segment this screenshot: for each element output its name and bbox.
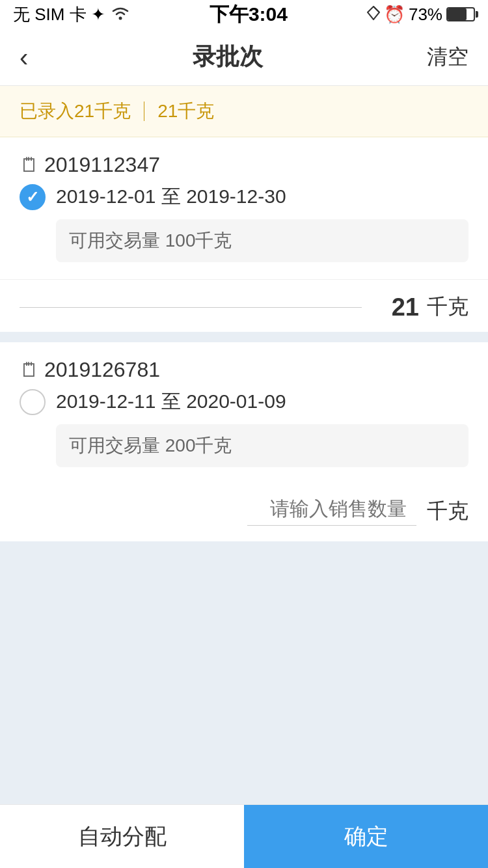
batch-header-2: 🗒 2019126781 [20,358,468,382]
batch-date-2: 2019-12-11 至 2020-01-09 [56,388,286,415]
batch-card-1: 🗒 2019112347 2019-12-01 至 2019-12-30 可用交… [0,137,488,332]
status-left: 无 SIM 卡 ✦ [13,3,130,26]
radio-unchecked-2[interactable] [20,389,46,415]
input-unit-2: 千克 [427,497,468,526]
batch-date-1: 2019-12-01 至 2019-12-30 [56,183,286,210]
total-text: 21千克 [157,99,214,124]
input-wrapper-2 [20,498,416,526]
page-title: 录批次 [193,41,263,73]
input-row-2: 千克 [0,484,488,526]
batch-item-2: 🗒 2019126781 2019-12-11 至 2020-01-09 可用交… [0,342,488,484]
location-icon [367,5,380,25]
svg-point-0 [118,16,122,20]
batch-item-1: 🗒 2019112347 2019-12-01 至 2019-12-30 可用交… [0,137,488,279]
section-divider [0,332,488,342]
banner-divider [144,102,144,121]
batch-date-row-1[interactable]: 2019-12-01 至 2019-12-30 [20,183,468,210]
info-banner: 已录入21千克 21千克 [0,86,488,137]
recorded-text: 已录入21千克 [20,99,131,124]
input-underline-2 [247,525,416,526]
status-right: ⏰ 73% [367,5,475,25]
batch-icon-2: 🗒 [20,359,39,381]
radio-checked-1[interactable] [20,184,46,210]
batch-available-2: 可用交易量 200千克 [56,424,468,467]
batch-available-1: 可用交易量 100千克 [56,219,468,262]
quantity-value-1: 21 [380,293,419,321]
batch-icon-1: 🗒 [20,154,39,176]
confirm-button[interactable]: 确定 [244,805,488,868]
batch-date-row-2[interactable]: 2019-12-11 至 2020-01-09 [20,388,468,415]
battery-text: 73% [409,5,442,25]
status-bar: 无 SIM 卡 ✦ 下午3:04 ⏰ 73% [0,0,488,29]
wifi-icon [111,5,130,25]
batch-id-1: 2019112347 [44,153,160,177]
battery-icon [446,7,475,21]
clear-button[interactable]: 清空 [427,43,468,72]
back-button[interactable]: ‹ [20,44,28,70]
alarm-icon: ⏰ [384,5,405,25]
quantity-unit-1: 千克 [427,293,468,321]
quantity-input-2[interactable] [20,498,416,520]
quantity-row-1: 21 千克 [0,279,488,332]
status-time: 下午3:04 [210,1,288,28]
batch-card-2: 🗒 2019126781 2019-12-11 至 2020-01-09 可用交… [0,342,488,541]
footer: 自动分配 确定 [0,804,488,868]
no-sim-text: 无 SIM 卡 ✦ [13,3,105,26]
nav-bar: ‹ 录批次 清空 [0,29,488,86]
batch-id-2: 2019126781 [44,358,160,382]
batch-header-1: 🗒 2019112347 [20,153,468,177]
auto-distribute-button[interactable]: 自动分配 [0,805,244,868]
